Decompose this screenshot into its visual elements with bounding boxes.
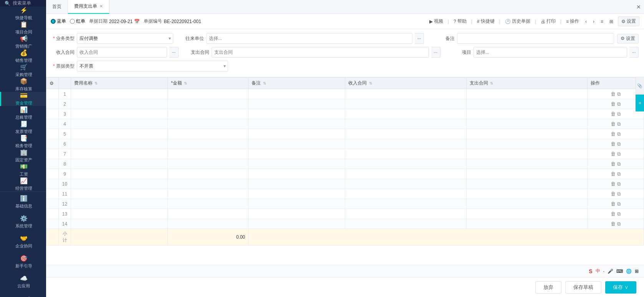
tab-expense-close-icon[interactable]: ✕ — [99, 4, 103, 9]
remark-cell[interactable] — [248, 179, 345, 189]
income-contract-cell[interactable] — [345, 149, 466, 159]
remark-cell[interactable] — [248, 209, 345, 219]
expense-name-cell[interactable] — [71, 99, 168, 109]
sidebar-item-quick-nav[interactable]: ⚡ 快捷导航 — [0, 7, 46, 21]
copy-row-icon[interactable]: ⧉ — [617, 131, 621, 137]
income-contract-input[interactable] — [77, 47, 167, 58]
remark-input[interactable] — [457, 33, 614, 44]
draft-button[interactable]: 保存草稿 — [565, 281, 601, 294]
income-contract-cell[interactable] — [345, 209, 466, 219]
nav-prev-btn[interactable]: ‹ — [584, 18, 588, 25]
income-contract-cell[interactable] — [345, 179, 466, 189]
amount-cell[interactable] — [168, 209, 248, 219]
help-btn[interactable]: ? 帮助 — [452, 17, 468, 25]
expense-contract-cell[interactable] — [466, 179, 587, 189]
sidebar-item-inventory[interactable]: 📦 库存核算 — [0, 78, 46, 92]
delete-row-icon[interactable]: 🗑 — [611, 101, 616, 107]
calendar-icon[interactable]: 📅 — [134, 19, 140, 24]
tab-home[interactable]: 首页 — [46, 0, 68, 14]
sort-arrows-income-icon[interactable]: ⇅ — [369, 81, 372, 85]
project-ellipsis-btn[interactable]: ··· — [629, 47, 639, 58]
remark-cell[interactable] — [248, 109, 345, 119]
remark-cell[interactable] — [248, 129, 345, 139]
list-view-btn[interactable]: ≡ — [599, 18, 605, 25]
income-contract-cell[interactable] — [345, 189, 466, 199]
amount-cell[interactable] — [168, 119, 248, 129]
expense-contract-cell[interactable] — [466, 149, 587, 159]
sidebar-item-cloud-apps[interactable]: ☁️ 云应用 — [0, 272, 46, 292]
settings-button[interactable]: ⚙ 设置 — [618, 17, 639, 26]
copy-row-icon[interactable]: ⧉ — [617, 211, 621, 217]
copy-row-icon[interactable]: ⧉ — [617, 111, 621, 117]
sidebar-item-salary[interactable]: 💵 工资 — [0, 163, 46, 177]
remark-cell[interactable] — [248, 169, 345, 179]
sidebar-item-sales[interactable]: 💰 销售管理 — [0, 49, 46, 63]
sidebar-item-marketing[interactable]: 📢 营销推广 — [0, 35, 46, 49]
expense-name-cell[interactable] — [71, 189, 168, 199]
copy-row-icon[interactable]: ⧉ — [617, 101, 621, 107]
delete-row-icon[interactable]: 🗑 — [611, 221, 616, 227]
discard-button[interactable]: 放弃 — [535, 281, 561, 294]
copy-row-icon[interactable]: ⧉ — [617, 141, 621, 147]
sidebar-item-system[interactable]: ⚙️ 系统管理 — [0, 212, 46, 232]
copy-row-icon[interactable]: ⧉ — [617, 161, 621, 167]
business-type-select[interactable]: 应付调整 — [77, 33, 173, 44]
remark-cell[interactable] — [248, 149, 345, 159]
sidebar-search[interactable]: 🔍 搜索菜单 — [0, 0, 46, 7]
expense-name-cell[interactable] — [71, 119, 168, 129]
remark-cell[interactable] — [248, 199, 345, 209]
invoice-type-select[interactable]: 不开票 — [77, 61, 228, 71]
delete-row-icon[interactable]: 🗑 — [611, 91, 616, 97]
delete-row-icon[interactable]: 🗑 — [611, 211, 616, 217]
income-contract-cell[interactable] — [345, 199, 466, 209]
sidebar-item-invoice[interactable]: 🧾 发票管理 — [0, 120, 46, 134]
sidebar-item-project-contract[interactable]: 📋 项目合同 — [0, 21, 46, 35]
copy-row-icon[interactable]: ⧉ — [617, 221, 621, 227]
expense-contract-cell[interactable] — [466, 189, 587, 199]
ime-grid-icon[interactable]: ⊞ — [635, 269, 639, 274]
expense-name-cell[interactable] — [71, 139, 168, 149]
delete-row-icon[interactable]: 🗑 — [611, 131, 616, 137]
income-contract-cell[interactable] — [345, 99, 466, 109]
income-contract-cell[interactable] — [345, 109, 466, 119]
delete-row-icon[interactable]: 🗑 — [611, 191, 616, 197]
expense-name-cell[interactable] — [71, 149, 168, 159]
expense-contract-cell[interactable] — [466, 89, 587, 99]
operations-btn[interactable]: ≡ 操作 — [565, 17, 581, 25]
radio-blue[interactable] — [51, 19, 56, 24]
expense-contract-cell[interactable] — [466, 199, 587, 209]
delete-row-icon[interactable]: 🗑 — [611, 181, 616, 187]
income-contract-cell[interactable] — [345, 119, 466, 129]
expense-contract-cell[interactable] — [466, 159, 587, 169]
form-settings-button[interactable]: ⚙ 设置 — [617, 34, 639, 43]
copy-row-icon[interactable]: ⧉ — [617, 181, 621, 187]
remark-cell[interactable] — [248, 99, 345, 109]
remark-cell[interactable] — [248, 189, 345, 199]
sort-arrows-remark-icon[interactable]: ⇅ — [263, 81, 266, 85]
delete-row-icon[interactable]: 🗑 — [611, 121, 616, 127]
video-btn[interactable]: ▶ 视频 — [428, 17, 445, 25]
expense-contract-cell[interactable] — [466, 219, 587, 229]
amount-cell[interactable] — [168, 129, 248, 139]
expense-contract-cell[interactable] — [466, 109, 587, 119]
amount-cell[interactable] — [168, 99, 248, 109]
amount-cell[interactable] — [168, 149, 248, 159]
expense-name-cell[interactable] — [71, 219, 168, 229]
remark-cell[interactable] — [248, 89, 345, 99]
expense-name-cell[interactable] — [71, 199, 168, 209]
sort-arrows-expense-icon[interactable]: ⇅ — [490, 81, 493, 85]
expense-name-cell[interactable] — [71, 129, 168, 139]
remark-cell[interactable] — [248, 119, 345, 129]
expense-contract-input[interactable] — [212, 47, 429, 58]
amount-cell[interactable] — [168, 199, 248, 209]
expense-contract-cell[interactable] — [466, 209, 587, 219]
remark-cell[interactable] — [248, 139, 345, 149]
save-button[interactable]: 保存 ∨ — [605, 281, 636, 294]
th-settings[interactable]: ⚙ — [46, 78, 59, 89]
radio-red[interactable] — [70, 19, 75, 24]
amount-cell[interactable] — [168, 189, 248, 199]
expense-name-cell[interactable] — [71, 159, 168, 169]
income-contract-cell[interactable] — [345, 89, 466, 99]
expense-name-cell[interactable] — [71, 179, 168, 189]
copy-row-icon[interactable]: ⧉ — [617, 171, 621, 177]
